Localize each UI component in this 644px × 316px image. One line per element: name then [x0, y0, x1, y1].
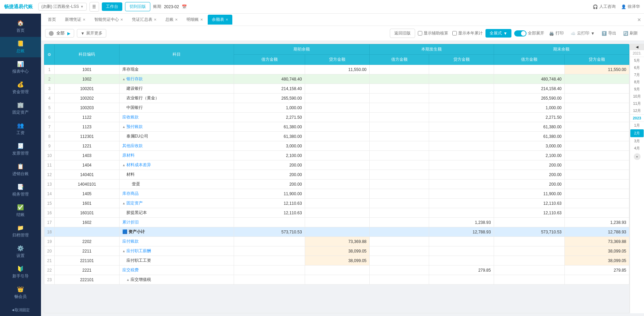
name-cell[interactable]: 累计折旧	[119, 218, 234, 227]
checkbox-ytd[interactable]: 显示本年累计	[452, 30, 483, 36]
row-num: 7	[44, 122, 55, 132]
month-12[interactable]: 12月	[630, 107, 644, 114]
panel-collapse-button[interactable]: ◀	[630, 44, 644, 50]
checkbox-ytd-input[interactable]	[452, 31, 457, 35]
switch-version-button[interactable]: 切到旧版	[125, 2, 150, 11]
month-11[interactable]: 11月	[630, 100, 644, 107]
name-cell[interactable]: 应收账款	[119, 113, 234, 122]
checkbox-auxiliary[interactable]: 显示辅助核算	[418, 30, 448, 36]
name-cell[interactable]: 库存商品	[119, 189, 234, 199]
month-4[interactable]: 4月	[630, 145, 644, 152]
tab-detail-ledger-close[interactable]: ✕	[200, 18, 203, 21]
start-credit-cell: 38,099.05	[305, 256, 369, 265]
tab-balance[interactable]: 余额表 ✕	[208, 15, 232, 25]
sidebar-item-invoice[interactable]: 🧾 发票管理	[0, 139, 41, 160]
user-info[interactable]: 👤 徐泽华	[621, 4, 640, 10]
month-9[interactable]: 9月	[630, 86, 644, 93]
tab-smart-voucher[interactable]: 智能凭证中心 ✕	[90, 15, 127, 25]
tab-detail-ledger[interactable]: 明细账 ✕	[182, 15, 207, 25]
month-3[interactable]: 3月	[630, 138, 644, 145]
sidebar-item-assets[interactable]: 🏢 固定资产	[0, 98, 41, 119]
month-6[interactable]: 6月	[630, 64, 644, 71]
name-cell: 胶提黑记本	[119, 208, 234, 218]
tab-general-ledger[interactable]: 总账 ✕	[161, 15, 182, 25]
month-5[interactable]: 5月	[630, 57, 644, 64]
sidebar-item-archive[interactable]: 📁 归档管理	[0, 221, 41, 242]
return-old-button[interactable]: 返回旧版	[390, 29, 415, 38]
unpin-button[interactable]: ◄取消固定	[0, 304, 41, 316]
sidebar-item-settlement[interactable]: ✅ 结账	[0, 201, 41, 221]
tab-home[interactable]: 首页	[44, 15, 60, 25]
print-label: 打印	[556, 30, 564, 36]
start-debit-cell: 214,158.40	[234, 84, 305, 94]
month-7[interactable]: 7月	[630, 71, 644, 78]
name-cell[interactable]: ▲ 应付职工薪酬	[119, 246, 234, 256]
sidebar-item-report[interactable]: 📊 报表中心	[0, 57, 41, 78]
filter-all-button[interactable]: 全部 ▶	[45, 29, 74, 38]
row-num: 22	[44, 265, 55, 275]
company-selector[interactable]: (勿删) 江西殿坐-LSS ▼	[38, 3, 87, 11]
name-cell[interactable]: 原材料	[119, 151, 234, 160]
sidebar-item-payroll[interactable]: 👥 工资	[0, 119, 41, 139]
name-cell[interactable]: 其他应收款	[119, 141, 234, 151]
sidebar-item-settings[interactable]: ⚙️ 设置	[0, 242, 41, 262]
start-debit-cell: 3,000.00	[234, 141, 305, 151]
panel-dot-button[interactable]: •	[634, 153, 641, 160]
company-settings-icon[interactable]: ☰	[90, 2, 99, 12]
cloud-print-button[interactable]: ☁️ 云打印 ▼	[568, 29, 597, 37]
tab-new-voucher[interactable]: 新增凭证 ✕	[61, 15, 90, 25]
tab-voucher-summary-close[interactable]: ✕	[154, 18, 156, 21]
sidebar-item-ledger[interactable]: 📒 总账	[0, 37, 41, 57]
month-8[interactable]: 8月	[630, 78, 644, 86]
checkbox-auxiliary-input[interactable]	[418, 31, 422, 35]
toolbar: 全部 ▶ ▼ 展开更多 返回旧版 显示辅助核算 显示本年累计	[41, 26, 644, 41]
name-cell[interactable]: 应付账款	[119, 237, 234, 246]
full-style-button[interactable]: 全展式 ▼	[485, 29, 511, 38]
change-debit-cell	[369, 132, 429, 141]
month-10[interactable]: 10月	[630, 93, 644, 100]
end-credit-cell	[564, 74, 629, 84]
close-all-tabs-button[interactable]: ✕	[637, 17, 641, 23]
expand-more-button[interactable]: ▼ 展开更多	[77, 29, 106, 38]
expand-all-toggle[interactable]	[514, 30, 526, 37]
tab-general-ledger-close[interactable]: ✕	[175, 18, 178, 21]
sidebar-item-member[interactable]: 👑 畅会员	[0, 283, 41, 303]
name-cell[interactable]: ▲ 预付账款	[119, 122, 234, 132]
name-cell[interactable]: ▲ 材料成本差异	[119, 160, 234, 170]
code-cell: 1602	[55, 218, 119, 227]
refresh-label: 刷新	[630, 30, 638, 36]
name-cell[interactable]: ▲ 银行存款	[119, 74, 234, 84]
cloud-print-dropdown-icon: ▼	[591, 31, 595, 36]
end-debit-cell: 12,110.63	[494, 208, 564, 218]
table-row: 5100203中国银行1,000.001,000.00	[44, 103, 629, 113]
end-credit-cell	[564, 103, 629, 113]
tab-balance-close[interactable]: ✕	[225, 18, 228, 21]
end-credit-cell	[564, 151, 629, 160]
sidebar-item-home[interactable]: 🏠 首页	[0, 16, 41, 37]
table-row: 1314040101壹蛋200.00200.00	[44, 179, 629, 189]
sidebar-item-sales[interactable]: 📋 进销台账	[0, 160, 41, 180]
row-num: 17	[44, 218, 55, 227]
sidebar-item-capital[interactable]: 💰 资金管理	[0, 78, 41, 98]
name-cell[interactable]: ▲ 固定资产	[119, 199, 234, 208]
consult-button[interactable]: 🎧 人工咨询	[593, 4, 616, 10]
month-1[interactable]: 1月	[630, 122, 644, 129]
print-button[interactable]: 🖨️ 打印	[547, 29, 566, 37]
sidebar-item-tax[interactable]: 📑 税务管理	[0, 180, 41, 201]
unpin-label: ◄取消固定	[11, 307, 30, 313]
tab-smart-voucher-close[interactable]: ✕	[120, 18, 123, 21]
end-credit-cell	[564, 189, 629, 199]
end-debit-cell: 1,000.00	[494, 103, 564, 113]
tab-new-voucher-close[interactable]: ✕	[83, 18, 85, 21]
refresh-button[interactable]: 🔄 刷新	[621, 29, 640, 37]
period-calendar-icon[interactable]: 📅	[182, 4, 187, 9]
tab-voucher-summary[interactable]: 凭证汇总表 ✕	[128, 15, 161, 25]
th-name: 科目	[119, 44, 234, 65]
name-cell[interactable]: 应交税费	[119, 265, 234, 275]
table-row: 21221101应付职工工资38,099.0538,099.05	[44, 256, 629, 265]
workbench-button[interactable]: 工作台	[102, 2, 122, 11]
sidebar-item-guide[interactable]: 🔰 新手引导	[0, 262, 41, 283]
month-2-active[interactable]: 2月	[630, 129, 644, 137]
consult-label: 人工咨询	[599, 4, 616, 10]
export-button[interactable]: ⬆️ 导出	[600, 29, 618, 37]
